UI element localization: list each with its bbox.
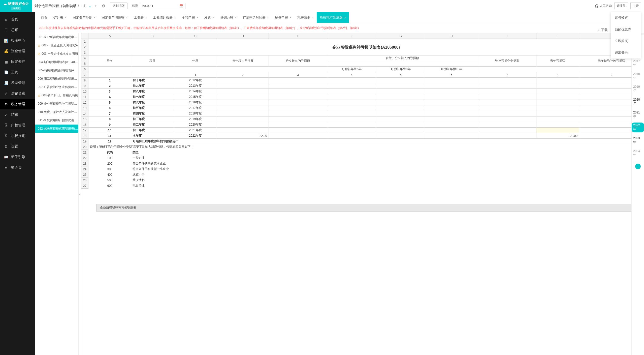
cell[interactable]: 前七年度 [131, 94, 174, 100]
collapse-handle[interactable]: « [79, 33, 81, 355]
cell[interactable] [327, 128, 376, 133]
cell[interactable]: 前十年度 [131, 78, 174, 83]
cell[interactable]: 前五年度 [131, 105, 174, 111]
cell[interactable] [327, 94, 376, 100]
cell[interactable] [376, 116, 425, 122]
form-list-item[interactable]: 009-企业所得税弥补亏损明… [35, 100, 78, 108]
cell[interactable] [217, 89, 269, 94]
cell[interactable] [478, 78, 536, 83]
form-list-item[interactable]: 007-广告费和业务宣传费跨… [35, 83, 78, 91]
year-item[interactable]: 2023年 [632, 135, 644, 145]
form-list-item[interactable]: 012-减免所得税优惠明细表(… [35, 125, 78, 133]
cell[interactable]: 前八年度 [131, 89, 174, 94]
form-list-item[interactable]: ⚠003-一般企业成本支出明细… [35, 50, 78, 58]
cell[interactable]: 2016年度 [174, 100, 217, 105]
close-icon[interactable]: × [174, 16, 176, 19]
cell[interactable] [217, 94, 269, 100]
tab[interactable]: 个税申报× [179, 12, 201, 23]
form-list-item[interactable]: 011-研发费用加计扣除优惠… [35, 116, 78, 125]
cell[interactable]: 可结转以后年度弥补的亏损额合计 [131, 139, 644, 144]
cell[interactable]: 2017年度 [174, 105, 217, 111]
cell[interactable] [478, 83, 536, 89]
year-item[interactable]: 2019年 [632, 84, 644, 94]
cell[interactable] [217, 122, 269, 128]
cell[interactable] [478, 122, 536, 128]
cell[interactable] [536, 111, 579, 116]
cell[interactable] [376, 78, 425, 83]
cell[interactable]: -22.00 [536, 133, 579, 139]
year-item[interactable]: 2024年 [632, 148, 644, 158]
cell[interactable] [217, 100, 269, 105]
cell[interactable] [327, 116, 376, 122]
cell[interactable]: 前三年度 [131, 116, 174, 122]
cell[interactable] [478, 128, 536, 133]
cell[interactable] [536, 128, 579, 133]
cell[interactable] [425, 100, 478, 105]
sidebar-item[interactable]: ⇄进销台账 [0, 88, 35, 99]
cell[interactable]: 本年度 [131, 133, 174, 139]
cell[interactable] [269, 100, 327, 105]
cell[interactable]: 2015年度 [174, 94, 217, 100]
cell[interactable] [376, 83, 425, 89]
close-icon[interactable]: × [212, 16, 214, 19]
cell[interactable] [425, 89, 478, 94]
cell[interactable] [536, 78, 579, 83]
sidebar-item[interactable]: 🗄归档管理 [0, 120, 35, 131]
form-list-item[interactable]: 006-职工薪酬纳税调整明细… [35, 75, 78, 83]
cell[interactable] [376, 100, 425, 105]
cell[interactable]: 前四年度 [131, 111, 174, 116]
cell[interactable]: 2 [88, 83, 131, 89]
cell[interactable]: 2020年度 [174, 122, 217, 128]
cell[interactable] [217, 116, 269, 122]
sidebar-item[interactable]: ▦固定资产 [0, 56, 35, 67]
cell[interactable] [217, 105, 269, 111]
cell[interactable] [478, 94, 536, 100]
cell[interactable]: 3 [88, 89, 131, 94]
cell[interactable]: 2012年度 [174, 78, 217, 83]
cell[interactable] [327, 122, 376, 128]
sidebar-item[interactable]: 💰资金管理 [0, 46, 35, 56]
download-button[interactable]: ⤓下载 [597, 28, 608, 32]
calendar-icon[interactable]: 📅 [179, 4, 183, 8]
cell[interactable] [425, 94, 478, 100]
cell[interactable]: 2021年度 [174, 128, 217, 133]
cell[interactable] [478, 133, 536, 139]
sidebar-item[interactable]: ⌂首页 [0, 14, 35, 25]
tab[interactable]: 固定资产类别× [70, 12, 99, 23]
close-icon[interactable]: × [126, 16, 128, 19]
cell[interactable]: 11 [88, 133, 131, 139]
sidebar-item[interactable]: 📊报表中心 [0, 35, 35, 46]
cell[interactable] [376, 128, 425, 133]
close-icon[interactable]: × [235, 16, 237, 19]
cell[interactable] [478, 100, 536, 105]
close-icon[interactable]: × [344, 16, 346, 19]
dropdown-item[interactable]: 我的优惠券 [611, 24, 641, 35]
cell[interactable] [425, 128, 478, 133]
spreadsheet[interactable]: ABCDEFGHIJK1企业所得税弥补亏损明细表(A106000)234行次项目… [81, 33, 644, 189]
period-input[interactable] [140, 3, 185, 9]
cell[interactable]: 6 [88, 105, 131, 111]
cell[interactable] [327, 105, 376, 111]
cell[interactable] [217, 111, 269, 116]
cell[interactable]: -22.00 [217, 133, 269, 139]
tab[interactable]: 首页 [38, 12, 50, 23]
cell[interactable] [217, 83, 269, 89]
form-list-item[interactable]: ⚠008-资产折旧、摊销及纳税… [35, 91, 78, 100]
close-icon[interactable]: × [197, 16, 198, 19]
close-icon[interactable]: × [65, 16, 67, 19]
cell[interactable] [376, 89, 425, 94]
cell[interactable] [269, 128, 327, 133]
tab[interactable]: 工资统计报表× [150, 12, 179, 23]
cell[interactable] [269, 116, 327, 122]
cell[interactable] [327, 100, 376, 105]
cell[interactable] [217, 78, 269, 83]
cell[interactable] [425, 122, 478, 128]
cell[interactable] [425, 111, 478, 116]
cell[interactable] [269, 83, 327, 89]
cell[interactable]: 2014年度 [174, 89, 217, 94]
form-list-item[interactable]: 005-纳税调整项目明细表(A… [35, 66, 78, 75]
consult-button[interactable]: 🎧 人工咨询 [595, 4, 612, 8]
cell[interactable] [269, 122, 327, 128]
cell[interactable] [269, 111, 327, 116]
cell[interactable] [478, 116, 536, 122]
